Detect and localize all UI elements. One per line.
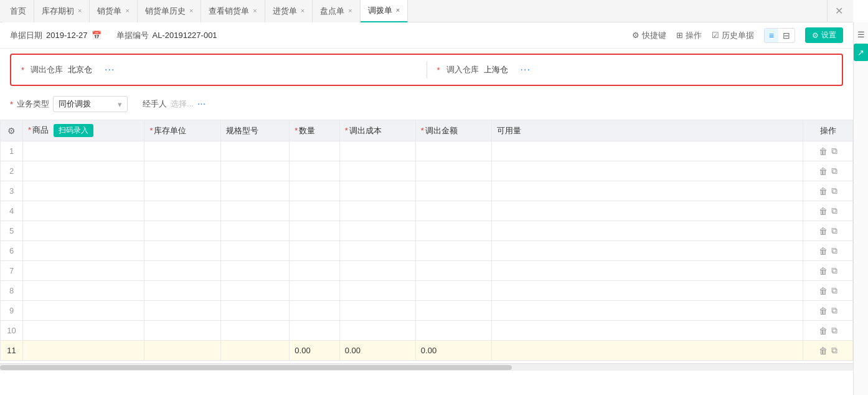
history-icon: ☑ [712,31,719,40]
cell-available [492,321,803,341]
copy-row-button[interactable]: ⧉ [831,186,837,196]
delete-row-button[interactable]: 🗑 [819,166,828,176]
cell-spec [220,281,290,301]
cell-goods[interactable] [23,181,144,201]
horizontal-scrollbar[interactable] [0,363,853,371]
cell-spec [220,261,290,281]
scan-button[interactable]: 扫码录入 [54,124,93,137]
scroll-thumb[interactable] [0,365,512,370]
settings-icon: ⚙ [812,31,819,40]
table-row: 7🗑⧉ [1,261,853,281]
tab-close-purchase-order[interactable]: × [301,7,304,14]
cell-cost [339,141,415,161]
th-op: 操作 [803,120,853,141]
cell-unit [144,201,220,221]
cell-spec [220,321,290,341]
calendar-icon[interactable]: 📅 [92,31,101,40]
tab-purchase-order[interactable]: 进货单× [265,0,313,22]
table-row: 110.000.000.00🗑⧉ [1,341,853,361]
tab-close-transfer-order[interactable]: × [396,7,400,14]
copy-row-button[interactable]: ⧉ [831,146,837,156]
tab-close-inventory-count[interactable]: × [348,7,352,14]
sidebar-export-icon[interactable]: ↗ [854,44,869,61]
business-type-select[interactable]: 同价调拨 ▾ [53,96,128,112]
cell-unit [144,261,220,281]
delete-row-button[interactable]: 🗑 [819,226,828,236]
in-warehouse-more[interactable]: ··· [521,64,531,75]
th-amount: *调出金额 [415,120,491,141]
list-view-button[interactable]: ≡ [765,29,778,42]
tab-inventory-count[interactable]: 盘点单× [313,0,360,22]
cell-available [492,241,803,261]
table-row: 4🗑⧉ [1,201,853,221]
copy-row-button[interactable]: ⧉ [831,265,837,276]
table-row: 10🗑⧉ [1,321,853,341]
tab-home[interactable]: 首页 [2,0,34,22]
view-toggle: ≡ ⊟ [764,28,795,43]
cell-goods[interactable] [23,301,144,321]
tab-sales-order[interactable]: 销货单× [90,0,137,22]
tab-close-sales-history[interactable]: × [189,7,193,14]
operations-button[interactable]: ⊞ 操作 [676,30,702,41]
delete-row-button[interactable]: 🗑 [819,186,828,196]
settings-button[interactable]: ⚙ 设置 [805,27,843,43]
cell-goods[interactable] [23,221,144,241]
cell-qty [290,161,339,181]
cell-amount [415,301,491,321]
cell-goods[interactable] [23,281,144,301]
copy-row-button[interactable]: ⧉ [831,305,837,316]
cell-goods[interactable] [23,161,144,181]
out-warehouse-value[interactable]: 北京仓 [68,64,92,75]
copy-row-button[interactable]: ⧉ [831,206,837,216]
tab-close-sales-order[interactable]: × [125,7,129,14]
copy-row-button[interactable]: ⧉ [831,226,837,236]
delete-row-button[interactable]: 🗑 [819,326,828,336]
cell-goods[interactable] [23,141,144,161]
in-warehouse-value[interactable]: 上海仓 [484,64,508,75]
date-value[interactable]: 2019-12-27 [46,31,88,40]
cell-goods[interactable] [23,201,144,221]
delete-row-button[interactable]: 🗑 [819,246,828,256]
in-warehouse-field: * 调入仓库 上海仓 ··· [437,64,833,75]
th-qty: *数量 [290,120,339,141]
copy-row-button[interactable]: ⧉ [831,325,837,336]
shortcut-icon: ⚙ [632,31,639,40]
delete-row-button[interactable]: 🗑 [819,346,828,356]
header-right-actions: ⚙ 快捷键 ⊞ 操作 ☑ 历史单据 ≡ ⊟ ⚙ 设置 [632,27,843,43]
cell-goods[interactable] [23,261,144,281]
close-window-button[interactable]: ✕ [827,0,851,22]
tab-view-sales[interactable]: 查看销货单× [201,0,265,22]
delete-row-button[interactable]: 🗑 [819,266,828,276]
tab-close-view-sales[interactable]: × [253,7,257,14]
shortcut-button[interactable]: ⚙ 快捷键 [632,30,666,41]
history-button[interactable]: ☑ 历史单据 [712,30,754,41]
delete-row-button[interactable]: 🗑 [819,286,828,296]
cell-goods[interactable] [23,321,144,341]
delete-row-button[interactable]: 🗑 [819,306,828,316]
tab-transfer-order[interactable]: 调拨单× [361,0,408,22]
settings-label: 设置 [821,30,836,40]
tab-sales-history[interactable]: 销货单历史× [138,0,201,22]
table-row: 8🗑⧉ [1,281,853,301]
sidebar-list-icon[interactable]: ☰ [854,27,868,41]
dropdown-arrow-icon: ▾ [118,100,122,109]
table-header-row: ⚙ *商品 扫码录入 *库存单位 规格型号 *数量 *调出成本 *调出金额 可用… [1,120,853,141]
tab-inventory-init[interactable]: 库存期初× [34,0,90,22]
cell-op: 🗑⧉ [803,321,853,341]
handler-placeholder[interactable]: 选择... [171,98,194,110]
table-row: 1🗑⧉ [1,141,853,161]
handler-more[interactable]: ··· [197,98,205,110]
copy-row-button[interactable]: ⧉ [831,345,837,356]
cell-spec [220,181,290,201]
grid-view-button[interactable]: ⊟ [778,29,795,42]
copy-row-button[interactable]: ⧉ [831,245,837,256]
cell-spec [220,201,290,221]
tab-close-inventory-init[interactable]: × [78,7,82,14]
out-warehouse-more[interactable]: ··· [105,64,115,75]
copy-row-button[interactable]: ⧉ [831,166,837,176]
delete-row-button[interactable]: 🗑 [819,146,828,156]
copy-row-button[interactable]: ⧉ [831,285,837,296]
th-gear[interactable]: ⚙ [1,120,23,141]
delete-row-button[interactable]: 🗑 [819,206,828,216]
cell-goods[interactable] [23,241,144,261]
